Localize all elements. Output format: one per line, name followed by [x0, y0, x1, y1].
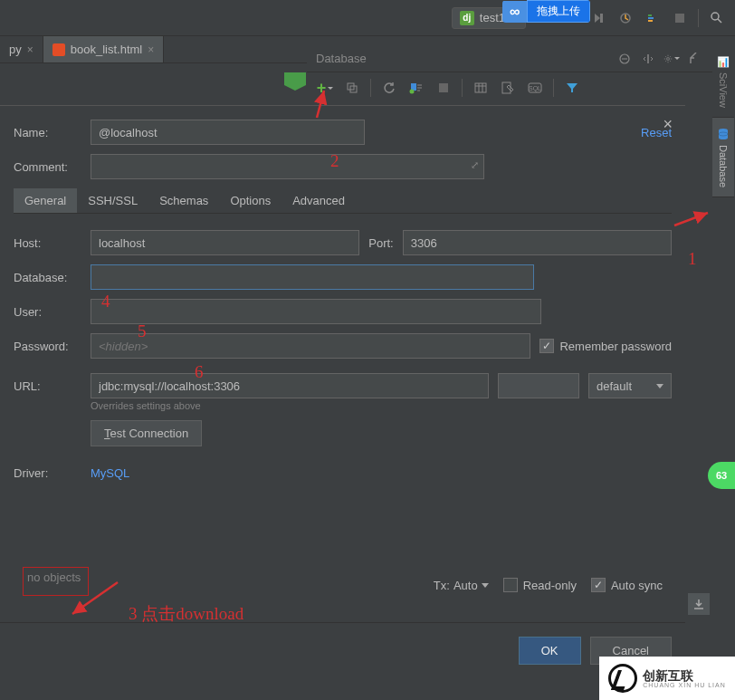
upload-badge-text: 拖拽上传: [527, 0, 590, 23]
tab-html-name: book_list.html: [71, 43, 142, 56]
gutter-indicator: [284, 72, 306, 91]
filter-button[interactable]: [563, 79, 581, 97]
table-view-button[interactable]: [472, 79, 490, 97]
url-input[interactable]: [91, 373, 489, 398]
logo-icon: [608, 664, 637, 693]
coverage-button[interactable]: [589, 9, 607, 27]
right-tool-tabs: 📊 SciView Database: [712, 45, 735, 197]
collapse-icon[interactable]: [616, 51, 633, 67]
collapse-tool-icon[interactable]: [688, 593, 710, 615]
svg-rect-7: [648, 14, 652, 16]
svg-text:SQL: SQL: [529, 85, 541, 92]
password-label: Password:: [14, 340, 81, 353]
upload-badge: ∞ 拖拽上传: [502, 0, 590, 23]
chevron-down-icon: [656, 384, 663, 388]
svg-rect-20: [439, 83, 448, 92]
comment-input[interactable]: [91, 154, 484, 179]
profile-button[interactable]: [616, 9, 635, 27]
sciview-icon: 📊: [716, 54, 730, 69]
tab-html[interactable]: book_list.html ×: [43, 36, 165, 62]
database-toolbar: + SQL: [307, 72, 712, 103]
url-hint: Overrides settings above: [91, 400, 672, 411]
readonly-checkbox[interactable]: Read-only: [503, 578, 577, 592]
annotation-1: 1: [688, 249, 697, 269]
search-button[interactable]: [708, 9, 726, 27]
add-datasource-button[interactable]: +: [316, 79, 334, 97]
comment-label: Comment:: [14, 160, 81, 174]
green-badge: 63: [708, 462, 735, 489]
user-input[interactable]: [91, 299, 541, 324]
expand-icon[interactable]: ⤢: [471, 159, 479, 171]
tab-py[interactable]: py ×: [0, 36, 43, 62]
port-input[interactable]: [403, 230, 672, 255]
close-icon[interactable]: ×: [27, 43, 33, 56]
svg-rect-21: [475, 83, 486, 92]
svg-point-11: [711, 13, 719, 20]
database-tab[interactable]: Database: [712, 118, 734, 197]
database-input[interactable]: [91, 264, 534, 290]
django-icon: dj: [460, 11, 474, 25]
tx-select[interactable]: Auto: [453, 579, 489, 592]
svg-rect-9: [648, 20, 653, 22]
gear-icon[interactable]: [663, 51, 680, 67]
infinity-icon: ∞: [502, 1, 527, 23]
svg-line-12: [718, 19, 721, 23]
tab-schemas[interactable]: Schemas: [148, 188, 219, 213]
html-icon: [52, 43, 65, 56]
database-panel-title: Database: [316, 52, 616, 65]
checkbox-icon: [503, 578, 518, 592]
tab-advanced[interactable]: Advanced: [282, 188, 356, 213]
chevron-down-icon: [482, 583, 489, 588]
database-panel-header: Database: [307, 45, 712, 72]
tab-options[interactable]: Options: [219, 188, 282, 213]
sciview-tab[interactable]: 📊 SciView: [712, 45, 734, 118]
ok-button[interactable]: OK: [519, 637, 581, 665]
tx-label: Tx:: [434, 579, 450, 592]
remember-password-checkbox[interactable]: ✓ Remember password: [539, 339, 672, 353]
url-type-select[interactable]: default: [588, 373, 672, 398]
name-input[interactable]: [91, 120, 365, 145]
svg-point-19: [410, 90, 415, 94]
host-input[interactable]: [91, 230, 359, 255]
run-config-name: test1: [480, 11, 505, 24]
datasource-dialog: × Name: Reset Comment: ⤢ General SSH/SSL…: [0, 105, 685, 678]
url-label: URL:: [14, 379, 81, 393]
readonly-label: Read-only: [523, 579, 577, 592]
name-label: Name:: [14, 126, 81, 139]
url-extra-input[interactable]: [498, 373, 579, 398]
close-icon[interactable]: ×: [148, 43, 154, 56]
hide-icon[interactable]: [687, 51, 703, 67]
svg-point-16: [667, 57, 670, 60]
console-button[interactable]: [407, 79, 425, 97]
svg-rect-10: [675, 14, 684, 23]
edit-button[interactable]: [499, 79, 517, 97]
autosync-label: Auto sync: [611, 579, 663, 592]
checkbox-icon: ✓: [591, 578, 606, 592]
query-button[interactable]: SQL: [526, 79, 544, 97]
test-connection-button[interactable]: Test Connection: [91, 420, 202, 446]
driver-label: Driver:: [14, 466, 81, 480]
database-icon: [716, 127, 730, 141]
close-button[interactable]: ×: [663, 115, 673, 134]
duplicate-button[interactable]: [343, 79, 361, 97]
tab-py-suffix: py: [9, 43, 22, 56]
checkbox-icon: ✓: [539, 339, 554, 353]
refresh-button[interactable]: [380, 79, 398, 97]
tab-general[interactable]: General: [14, 188, 77, 213]
autosync-checkbox[interactable]: ✓ Auto sync: [591, 578, 663, 592]
no-objects-label: no objects: [23, 567, 89, 596]
concurrent-button[interactable]: [644, 9, 662, 27]
stop-button[interactable]: [671, 9, 689, 27]
logo-watermark: 创新互联 CHUANG XIN HU LIAN: [599, 657, 735, 700]
password-input[interactable]: [91, 333, 530, 359]
port-label: Port:: [368, 236, 393, 250]
stop-db-button[interactable]: [434, 79, 453, 97]
split-icon[interactable]: [640, 51, 656, 67]
svg-rect-8: [648, 17, 654, 19]
database-label: Database:: [14, 271, 81, 284]
logo-subtext: CHUANG XIN HU LIAN: [643, 682, 726, 688]
tab-ssh[interactable]: SSH/SSL: [77, 188, 148, 213]
user-label: User:: [14, 305, 81, 319]
driver-link[interactable]: MySQL: [91, 466, 129, 480]
remember-password-label: Remember password: [559, 340, 672, 353]
